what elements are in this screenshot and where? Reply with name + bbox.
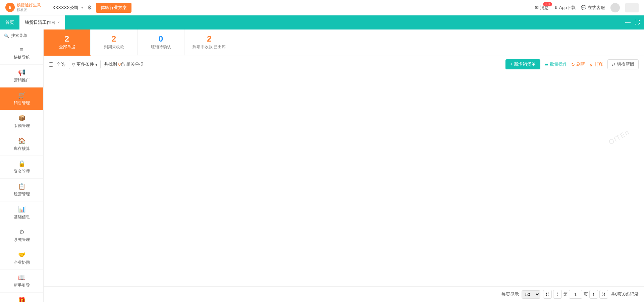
stat-wangpu-confirm-label: 旺铺待确认 bbox=[146, 44, 176, 50]
logo-name: 畅捷通好生意 bbox=[17, 3, 41, 7]
sidebar-search[interactable]: 🔍 搜索菜单 bbox=[0, 29, 43, 42]
page-suffix: 页 bbox=[584, 291, 588, 297]
stat-overdue-out[interactable]: 2 到期未收款 已出库 bbox=[184, 29, 234, 56]
switch-label: 切换新版 bbox=[617, 61, 634, 67]
new-sales-btn[interactable]: + 新增销货单 bbox=[505, 59, 540, 69]
page-prefix: 第 bbox=[563, 291, 568, 297]
per-page-select[interactable]: 50 20 100 bbox=[522, 290, 540, 299]
page-prev-btn[interactable]: ⟨ bbox=[553, 290, 562, 299]
stat-overdue-unpaid-num: 2 bbox=[99, 34, 129, 44]
page-next-btn[interactable]: ⟩ bbox=[589, 290, 598, 299]
refresh-icon: ↻ bbox=[571, 62, 575, 67]
finance-icon: 🔒 bbox=[18, 160, 25, 167]
sidebar-item-enterprise[interactable]: 🤝 企业协同 bbox=[0, 247, 43, 270]
page-input[interactable] bbox=[569, 290, 582, 299]
stat-overdue-out-num: 2 bbox=[193, 34, 226, 44]
guide-icon: 📖 bbox=[18, 274, 25, 281]
footer-bar: 每页显示 50 20 100 ⟨⟨ ⟨ 第 页 ⟩ ⟩⟩ 共0页,0条记录 bbox=[44, 286, 644, 302]
tab-expand-icon[interactable]: ⛶ bbox=[633, 18, 641, 27]
sidebar-item-label: 快捷导航 bbox=[14, 55, 30, 60]
inventory-icon: 🏠 bbox=[18, 137, 25, 144]
tab-home[interactable]: 首页 bbox=[0, 15, 19, 29]
sidebar-item-label: 采购管理 bbox=[14, 123, 30, 129]
sidebar-item-quick-nav[interactable]: ≡ 快捷导航 bbox=[0, 42, 43, 65]
total-records: 共0页,0条记录 bbox=[611, 291, 639, 297]
sidebar-item-inventory[interactable]: 🏠 库存核算 bbox=[0, 133, 43, 156]
logo-tag: 标准版 bbox=[17, 8, 41, 12]
table-area: OfTEn bbox=[44, 73, 644, 286]
select-all-checkbox[interactable] bbox=[49, 62, 53, 67]
sidebar-item-label: 资金管理 bbox=[14, 169, 30, 174]
user-name-area bbox=[625, 3, 639, 12]
basic-info-icon: 📊 bbox=[18, 205, 25, 213]
batch-btn[interactable]: ☰ 批量操作 bbox=[544, 61, 567, 67]
batch-icon: ☰ bbox=[544, 62, 548, 67]
filter-dropdown-icon: ▾ bbox=[95, 62, 98, 67]
stat-overdue-out-label: 到期未收款 已出库 bbox=[193, 44, 226, 50]
tab-close-icon[interactable]: × bbox=[57, 20, 60, 25]
per-page-label: 每页显示 bbox=[501, 291, 519, 297]
sidebar-search-label: 搜索菜单 bbox=[11, 33, 27, 39]
sidebar-item-label: 基础信息 bbox=[14, 214, 30, 220]
company-name: XXXXXX公司 bbox=[52, 5, 78, 11]
messages-badge: 99+ bbox=[543, 2, 552, 6]
content-area: 2 全部单据 2 到期未收款 0 旺铺待确认 2 到期未收款 已出库 全选 ▽ … bbox=[44, 29, 644, 302]
toolbar-count: 共找到 0条 相关单据 bbox=[104, 61, 144, 67]
refresh-btn[interactable]: ↻ 刷新 bbox=[571, 61, 585, 67]
online-service-btn[interactable]: 💬 在线客服 bbox=[581, 5, 605, 11]
nav-tabs: 首页 钱货日清工作台 × — ⛶ bbox=[0, 15, 644, 29]
sidebar-item-finance[interactable]: 🔒 资金管理 bbox=[0, 156, 43, 179]
toolbar-row: 全选 ▽ 更多条件 ▾ 共找到 0条 相关单据 + 新增销货单 ☰ 批量操作 ↻… bbox=[44, 56, 644, 73]
tab-minimize-icon[interactable]: — bbox=[624, 18, 632, 27]
select-all-label: 全选 bbox=[57, 61, 65, 67]
settings-icon[interactable]: ⚙ bbox=[87, 4, 92, 11]
page-nav: ⟨⟨ ⟨ 第 页 ⟩ ⟩⟩ bbox=[543, 290, 608, 299]
messages-btn[interactable]: ✉ 消息 99+ bbox=[535, 5, 549, 11]
top-header: 6 畅捷通好生意 标准版 XXXXXX公司 ▼ ⚙ 体验行业方案 ✉ 消息 99… bbox=[0, 0, 644, 15]
stat-overdue-unpaid[interactable]: 2 到期未收款 bbox=[91, 29, 138, 56]
sales-icon: 🛒 bbox=[18, 92, 25, 99]
sidebar-item-purchase[interactable]: 📦 采购管理 bbox=[0, 110, 43, 133]
toolbar-right: + 新增销货单 ☰ 批量操作 ↻ 刷新 🖨 打印 ⇄ 切换新版 bbox=[505, 59, 639, 69]
sidebar-item-operations[interactable]: 📋 经营管理 bbox=[0, 179, 43, 201]
sidebar-item-system[interactable]: ⚙ 系统管理 bbox=[0, 224, 43, 247]
print-label: 打印 bbox=[595, 61, 603, 67]
main-layout: 🔍 搜索菜单 ≡ 快捷导航 📢 营销推广 🛒 销售管理 📦 采购管理 🏠 库存核… bbox=[0, 29, 644, 302]
company-selector[interactable]: XXXXXX公司 ▼ bbox=[52, 5, 84, 11]
sidebar-item-label: 系统管理 bbox=[14, 237, 30, 243]
tab-workbench[interactable]: 钱货日清工作台 × bbox=[19, 15, 65, 29]
sidebar-item-basic-info[interactable]: 📊 基础信息 bbox=[0, 201, 43, 224]
app-download-btn[interactable]: ⬇ App下载 bbox=[554, 5, 576, 11]
sidebar-item-label: 新手引导 bbox=[14, 283, 30, 288]
tab-workbench-label: 钱货日清工作台 bbox=[25, 19, 55, 25]
count-num: 0 bbox=[118, 62, 121, 67]
sidebar-item-label: 营销推广 bbox=[14, 77, 30, 83]
sidebar: 🔍 搜索菜单 ≡ 快捷导航 📢 营销推广 🛒 销售管理 📦 采购管理 🏠 库存核… bbox=[0, 29, 44, 302]
sidebar-item-guide[interactable]: 📖 新手引导 bbox=[0, 270, 43, 293]
sidebar-item-app-center[interactable]: 🎁 应用中心 bbox=[0, 293, 43, 302]
sidebar-item-sales[interactable]: 🛒 销售管理 bbox=[0, 87, 43, 110]
stat-all[interactable]: 2 全部单据 bbox=[44, 29, 91, 56]
switch-version-btn[interactable]: ⇄ 切换新版 bbox=[607, 59, 639, 69]
sidebar-item-label: 经营管理 bbox=[14, 191, 30, 197]
avatar[interactable] bbox=[610, 3, 620, 12]
tab-home-label: 首页 bbox=[5, 19, 14, 25]
switch-icon: ⇄ bbox=[612, 62, 615, 67]
stat-wangpu-confirm[interactable]: 0 旺铺待确认 bbox=[138, 29, 184, 56]
experience-btn[interactable]: 体验行业方案 bbox=[96, 3, 131, 13]
filter-btn[interactable]: ▽ 更多条件 ▾ bbox=[69, 60, 101, 69]
stat-all-label: 全部单据 bbox=[52, 44, 82, 50]
quick-nav-icon: ≡ bbox=[20, 46, 23, 53]
watermark: OfTEn bbox=[607, 128, 631, 146]
page-first-btn[interactable]: ⟨⟨ bbox=[543, 290, 552, 299]
online-service-label: 在线客服 bbox=[588, 5, 605, 11]
system-icon: ⚙ bbox=[19, 228, 24, 236]
logo-area: 6 畅捷通好生意 标准版 bbox=[5, 3, 49, 12]
enterprise-icon: 🤝 bbox=[18, 251, 25, 258]
page-last-btn[interactable]: ⟩⟩ bbox=[599, 290, 608, 299]
sidebar-item-marketing[interactable]: 📢 营销推广 bbox=[0, 65, 43, 87]
print-icon: 🖨 bbox=[589, 62, 593, 67]
header-right: ✉ 消息 99+ ⬇ App下载 💬 在线客服 bbox=[535, 3, 639, 12]
print-btn[interactable]: 🖨 打印 bbox=[589, 61, 603, 67]
purchase-icon: 📦 bbox=[18, 114, 25, 122]
